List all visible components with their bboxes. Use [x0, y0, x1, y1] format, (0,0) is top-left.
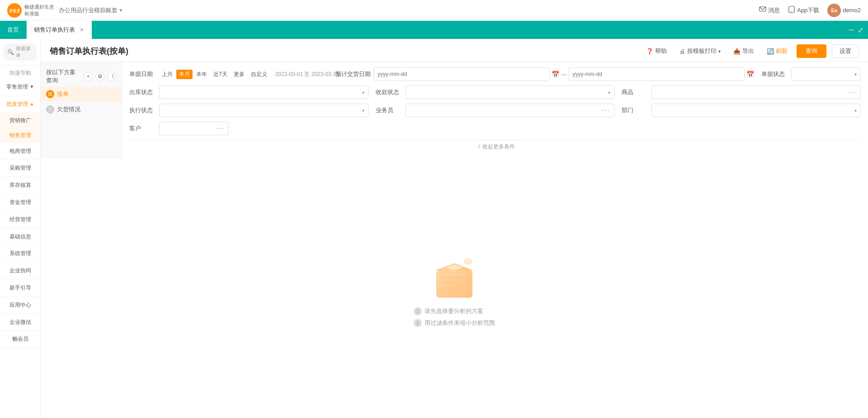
date-tab-this-year[interactable]: 本年	[193, 70, 210, 79]
collapse-btn[interactable]: 《 收起更多条件	[129, 140, 861, 153]
empty-illustration	[425, 250, 484, 300]
predicted-date-end-input[interactable]	[569, 67, 745, 81]
export-icon: 📤	[733, 48, 741, 55]
tab-expand-icon[interactable]: ⤢	[858, 26, 863, 34]
svg-point-10	[463, 258, 472, 265]
main-layout: 🔍 搜索菜单 快捷导航 零售管理 ▼ 批发管理 ▲ 营销推广 销售管理 电商管理…	[0, 39, 868, 418]
sidebar-item-inventory[interactable]: 库存核算	[0, 177, 40, 194]
predicted-date-field: 预计交货日期 📅 — 📅	[335, 67, 754, 81]
customer-more-icon[interactable]: ···	[216, 124, 225, 133]
print-dropdown-icon: ▾	[718, 49, 721, 54]
help-btn[interactable]: ❓ 帮助	[642, 45, 670, 57]
predicted-date-range: 📅 — 📅	[373, 67, 754, 81]
date-tab-this-month[interactable]: 本月	[176, 70, 193, 79]
logo-area: 好生意 畅捷通好生意 标准版	[7, 3, 54, 18]
empty-tips: 1 请先选择要分析的方案 2 用过滤条件来缩小分析范围	[414, 307, 495, 327]
print-btn[interactable]: 🖨 按模板打印 ▾	[676, 45, 724, 57]
sidebar-search-box[interactable]: 🔍 搜索菜单	[4, 43, 37, 61]
app-download-action[interactable]: App下载	[788, 6, 819, 14]
scheme-item-by-order[interactable]: 按 按单	[41, 86, 122, 102]
product-more-icon[interactable]: ···	[848, 88, 857, 96]
date-tab-custom[interactable]: 自定义	[248, 70, 270, 79]
payment-status-label: 收款状态	[376, 88, 403, 96]
settings-button[interactable]: 设置	[832, 44, 859, 58]
customer-input[interactable]: ···	[159, 122, 229, 135]
customer-field: 客户 ···	[129, 122, 229, 135]
scheme-item-shortage[interactable]: 欠 欠货情况	[41, 102, 122, 117]
sidebar-item-guide[interactable]: 新手引导	[0, 280, 40, 297]
delivery-arrow-icon: ▾	[362, 90, 364, 95]
tab-home[interactable]: 首页	[0, 21, 27, 39]
date-tab-last-month[interactable]: 上月	[159, 70, 175, 79]
exec-status-field: 执行状态 ▾	[129, 104, 368, 117]
sidebar-item-ecommerce[interactable]: 电商管理	[0, 143, 40, 160]
order-status-select[interactable]: ▾	[791, 67, 861, 81]
exec-status-select[interactable]: ▾	[159, 104, 368, 117]
date-separator: —	[561, 71, 567, 78]
retail-label: 零售管理	[6, 83, 28, 91]
empty-tip-1: 1 请先选择要分析的方案	[414, 307, 483, 315]
sidebar-search-area: 🔍 搜索菜单	[0, 39, 40, 66]
filter-scheme-bar: 按以下方案查询 + ⚙ 《 按 按单 欠 欠货情况	[41, 62, 122, 159]
sidebar-item-sales-mgmt[interactable]: 销售管理	[0, 128, 40, 143]
date-field: 单据日期 上月 本月 本年 近7天 更多 自定义 2023-03-01 至 20…	[129, 70, 328, 79]
tab-close-icon[interactable]: ✕	[80, 27, 84, 33]
tab-minimize-icon[interactable]: ─	[849, 26, 854, 34]
sidebar-item-members[interactable]: 畅会员	[0, 331, 40, 348]
dept-select[interactable]: ▾	[651, 104, 861, 117]
app-icon	[788, 6, 795, 14]
sidebar-item-wholesale[interactable]: 批发管理 ▲	[0, 96, 40, 113]
filter-row-2: 出库状态 ▾ 收款状态 ▾	[129, 86, 861, 99]
breadcrumb-dropdown-icon[interactable]: ▾	[119, 7, 123, 14]
search-button[interactable]: 查询	[797, 44, 826, 58]
payment-status-select[interactable]: ▾	[406, 86, 615, 99]
scheme-add-btn[interactable]: +	[84, 72, 93, 81]
date-tab-more[interactable]: 更多	[231, 70, 247, 79]
calendar-start-icon[interactable]: 📅	[552, 71, 559, 78]
tab-bar-right: ─ ⤢	[844, 21, 868, 39]
order-status-label: 单据状态	[761, 70, 788, 78]
sidebar-item-wechat[interactable]: 企业微信	[0, 314, 40, 331]
page-title: 销售订单执行表(按单)	[50, 46, 128, 57]
product-field: 商品 ···	[622, 86, 861, 99]
empty-tip-2: 2 用过滤条件来缩小分析范围	[414, 319, 495, 327]
filter-form: 单据日期 上月 本月 本年 近7天 更多 自定义 2023-03-01 至 20…	[122, 62, 868, 159]
calendar-end-icon[interactable]: 📅	[746, 71, 754, 78]
sidebar-item-operations[interactable]: 经营管理	[0, 211, 40, 228]
sidebar-item-apps[interactable]: 应用中心	[0, 297, 40, 314]
export-btn[interactable]: 📤 导出	[730, 45, 758, 57]
sidebar-item-retail[interactable]: 零售管理 ▼	[0, 79, 40, 96]
sidebar-item-marketing[interactable]: 营销推广	[0, 113, 40, 128]
scheme-collapse-btn[interactable]: 《	[107, 72, 116, 81]
scheme-settings-btn[interactable]: ⚙	[95, 72, 104, 81]
refresh-btn[interactable]: 🔄 刷新	[763, 45, 791, 57]
salesperson-more-icon[interactable]: ···	[602, 106, 610, 114]
product-input[interactable]: ···	[651, 86, 861, 99]
tab-sales-order[interactable]: 销售订单执行表 ✕	[27, 21, 92, 39]
exec-arrow-icon: ▾	[362, 108, 364, 113]
help-icon: ❓	[646, 48, 653, 55]
salesperson-label: 业务员	[376, 106, 403, 114]
svg-text:好生意: 好生意	[9, 9, 19, 13]
message-action[interactable]: 消息	[759, 6, 780, 14]
salesperson-input[interactable]: ···	[406, 104, 615, 117]
predicted-date-start-input[interactable]	[373, 67, 550, 81]
sidebar-item-finance[interactable]: 资金管理	[0, 194, 40, 211]
user-action[interactable]: Ea demo2	[827, 4, 861, 17]
filter-scheme-header: 按以下方案查询 + ⚙ 《	[41, 66, 122, 86]
order-status-arrow-icon: ▾	[854, 72, 857, 77]
order-status-field: 单据状态 ▾	[761, 67, 861, 81]
sidebar-item-system[interactable]: 系统管理	[0, 245, 40, 262]
date-tab-7days[interactable]: 近7天	[211, 70, 230, 79]
filter-sidebar: 按以下方案查询 + ⚙ 《 按 按单 欠 欠货情况	[41, 62, 868, 159]
sidebar-item-enterprise[interactable]: 企业协同	[0, 262, 40, 280]
product-label: 商品	[622, 88, 649, 96]
sidebar-item-purchase[interactable]: 采购管理	[0, 160, 40, 177]
sidebar-item-basic-info[interactable]: 基础信息	[0, 228, 40, 246]
delivery-status-select[interactable]: ▾	[159, 86, 368, 99]
dept-label: 部门	[622, 106, 649, 114]
page-actions: ❓ 帮助 🖨 按模板打印 ▾ 📤 导出 🔄 刷新 查询 设置	[642, 44, 859, 58]
search-icon: 🔍	[7, 49, 14, 55]
customer-label: 客户	[129, 124, 156, 133]
page-header: 销售订单执行表(按单) ❓ 帮助 🖨 按模板打印 ▾ 📤 导出 🔄 刷新	[41, 39, 868, 62]
